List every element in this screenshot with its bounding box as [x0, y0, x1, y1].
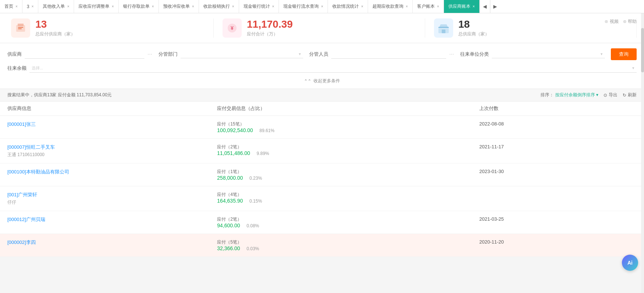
video-link[interactable]: ⊙ 视频 [605, 18, 618, 25]
nav-tab-prepay-offset[interactable]: 预收冲应收单 × [159, 0, 199, 13]
dept-filter-select[interactable]: ▾ [181, 50, 304, 58]
tab-close-receipt-verify[interactable]: × [232, 4, 234, 8]
tx-amount[interactable]: 164,635.90 [217, 198, 243, 204]
tx-amount[interactable]: 258,000.00 [217, 175, 243, 181]
table-row: [000002]李四 应付（5笔） 32,366.00 0.03% 2020-1… [0, 234, 644, 257]
tab-close-overdue-ar[interactable]: × [406, 4, 408, 8]
top-nav: 首页 × 3 × 其他收入单 × 应收应付调整单 × 银行存取款单 × 预收冲应… [0, 0, 644, 13]
supplier-id: [000100]本特勤油品有限公司 [7, 169, 69, 175]
supplier-summary-text: 13 总应付供应商（家） [35, 19, 75, 37]
tx-info-cell: 应付（1笔） 258,000.00 0.23% [217, 169, 479, 181]
tab-close-cash-bank-stat[interactable]: × [272, 4, 274, 8]
tx-amount-row: 32,366.00 0.03% [217, 245, 479, 251]
tx-amount-row: 100,092,540.00 89.61% [217, 127, 479, 133]
last-pay-cell: 2021-03-25 [479, 216, 637, 228]
table-row: [000007]恒旺二手叉车 王通 17106110000 应付（2笔） 11,… [0, 139, 644, 163]
last-pay-cell: 2021-11-17 [479, 144, 637, 158]
total-suppliers-text: 18 总供应商（家） [458, 19, 489, 37]
ap-suppliers-label: 总应付供应商（家） [35, 31, 75, 37]
tx-label: 应付（4笔） [217, 192, 479, 198]
export-button[interactable]: ⊙ 导出 [603, 92, 617, 98]
tx-amount[interactable]: 100,092,540.00 [217, 127, 253, 133]
refresh-icon: ↻ [623, 93, 626, 98]
tx-amount-row: 258,000.00 0.23% [217, 175, 479, 181]
supplier-filter-input[interactable] [25, 50, 144, 59]
table-row: [000001]张三 应付（15笔） 100,092,540.00 89.61%… [0, 116, 644, 139]
supplier-link[interactable]: [000001]张三 [7, 121, 36, 127]
tx-info-cell: 应付（2笔） 11,051,486.00 9.89% [217, 144, 479, 158]
nav-tab-home[interactable]: 首页 × [0, 0, 22, 13]
category-filter-select[interactable]: ▾ [492, 50, 605, 58]
nav-next-arrow[interactable]: ▶ [490, 0, 500, 13]
dept-filter-label: 分管部门 [158, 51, 178, 58]
scroll-thumb[interactable] [641, 28, 644, 72]
tab-label: 现金银行统计 [244, 3, 270, 10]
nav-tab-receipt-verify[interactable]: 收款核销执行 × [199, 0, 239, 13]
total-ap-amount: 11,170.39 [247, 19, 293, 30]
amount-icon: ¥ [223, 18, 242, 38]
total-ap-suppliers: 13 [35, 19, 75, 30]
tab-label: 应收应付调整单 [78, 3, 109, 10]
supplier-info-cell: [000100]本特勤油品有限公司 [7, 169, 217, 181]
supplier-id: [000002]李四 [7, 239, 36, 245]
tx-label: 应付（2笔） [217, 216, 479, 223]
tx-label: 应付（2笔） [217, 144, 479, 150]
col-header-lastpay: 上次付数 [479, 105, 637, 112]
table-row: [000100]本特勤油品有限公司 应付（1笔） 258,000.00 0.23… [0, 163, 644, 186]
table-header: 供应商信息 应付交易信息（占比） 上次付数 [0, 101, 644, 116]
refresh-button[interactable]: ↻ 刷新 [623, 92, 637, 98]
tab-label: 客户账本 [417, 3, 435, 10]
category-chevron-icon: ▾ [601, 52, 603, 56]
tx-label: 应付（5笔） [217, 239, 479, 245]
supplier-link[interactable]: [000012]广州贝瑞 [7, 217, 45, 222]
query-button[interactable]: 查询 [611, 48, 637, 60]
tab-close-ar-ap-adjust[interactable]: × [112, 4, 114, 8]
tab-close-other-income[interactable]: × [67, 4, 69, 8]
tx-amount[interactable]: 32,366.00 [217, 245, 240, 251]
tab-close-bank-deposit[interactable]: × [152, 4, 154, 8]
balance-filter-label: 往来余额 [7, 65, 27, 72]
nav-tab-cash-bank-stat[interactable]: 现金银行统计 × [239, 0, 279, 13]
nav-tab-3[interactable]: 3 × [22, 0, 39, 13]
tab-label: 现金银行流水查询 [283, 3, 319, 10]
supplier-filter-dots[interactable]: ··· [147, 51, 152, 58]
tab-close-prepay-offset[interactable]: × [192, 4, 194, 8]
balance-filter-select[interactable]: 选择... ▾ [29, 64, 637, 73]
nav-tab-ar-ap-adjust[interactable]: 应收应付调整单 × [74, 0, 119, 13]
nav-prev-arrow[interactable]: ◀ [480, 0, 490, 13]
collapse-filters-button[interactable]: ⌃⌃ 收起更多条件 [7, 76, 637, 86]
supplier-link[interactable]: [000100]本特勤油品有限公司 [7, 169, 69, 175]
supplier-link[interactable]: [000002]李四 [7, 239, 36, 245]
tab-close-home[interactable]: × [15, 4, 18, 8]
tab-close-receipt-stat[interactable]: × [361, 4, 363, 8]
tx-amount[interactable]: 11,051,486.00 [217, 150, 250, 156]
tab-close-customer-ledger[interactable]: × [437, 4, 439, 8]
tx-amount[interactable]: 94,600.00 [217, 223, 240, 228]
dept-chevron-icon: ▾ [299, 52, 301, 56]
person-filter-dots[interactable]: ··· [449, 51, 454, 58]
tab-label: 收款核销执行 [203, 3, 230, 10]
nav-tab-customer-ledger[interactable]: 客户账本 × [413, 0, 444, 13]
export-icon: ⊙ [603, 93, 607, 98]
sort-chevron-icon[interactable]: ▾ [596, 92, 598, 97]
nav-tab-overdue-ar[interactable]: 超期应收款查询 × [368, 0, 413, 13]
sort-value[interactable]: 按应付余额倒序排序 [555, 92, 595, 97]
nav-tab-other-income[interactable]: 其他收入单 × [38, 0, 74, 13]
help-link[interactable]: ⊙ 帮助 [623, 18, 637, 25]
supplier-link[interactable]: [000007]恒旺二手叉车 [7, 144, 55, 150]
col-header-supplier: 供应商信息 [7, 105, 217, 112]
nav-tab-receipt-stat[interactable]: 收款情况统计 × [328, 0, 368, 13]
tab-close-cash-bank-flow[interactable]: × [321, 4, 323, 8]
supplier-link[interactable]: [001]广州荣轩 [7, 192, 37, 197]
export-label: 导出 [609, 92, 617, 98]
amount-summary-text: 11,170.39 应付合计（万） [247, 19, 293, 37]
tab-close-supplier-ledger[interactable]: × [473, 4, 475, 8]
nav-tab-cash-bank-flow[interactable]: 现金银行流水查询 × [279, 0, 328, 13]
store-icon [434, 18, 453, 38]
person-filter-input[interactable] [331, 50, 446, 59]
tab-close-3[interactable]: × [32, 4, 34, 8]
tab-label: 预收冲应收单 [163, 3, 190, 10]
nav-tab-bank-deposit[interactable]: 银行存取款单 × [119, 0, 159, 13]
nav-tab-supplier-ledger[interactable]: 供应商账本 × [444, 0, 480, 13]
tx-info-cell: 应付（4笔） 164,635.90 0.15% [217, 192, 479, 206]
